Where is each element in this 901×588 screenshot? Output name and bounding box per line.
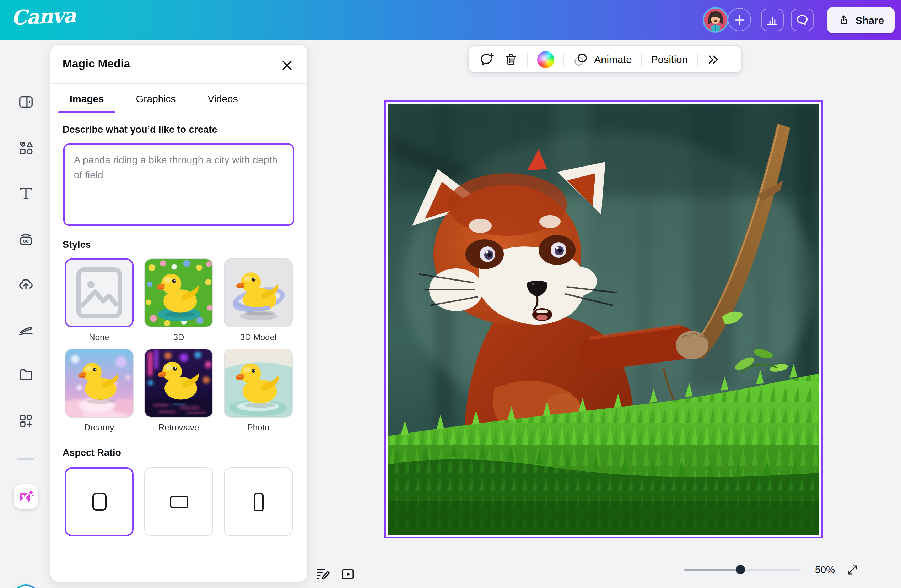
styles-row-2: Dreamy [65, 349, 307, 432]
plus-icon [733, 13, 746, 26]
panel-header: Magic Media [50, 45, 307, 83]
tab-videos[interactable]: Videos [196, 84, 249, 113]
delete-icon[interactable] [504, 52, 518, 66]
apps-icon [17, 412, 34, 429]
style-thumb-3d [144, 258, 213, 327]
prompt-input[interactable] [63, 143, 294, 226]
animate-label: Animate [594, 54, 632, 65]
sidebar-item-brand[interactable]: co [17, 230, 34, 247]
style-thumb-none [65, 258, 134, 327]
status-bar-left [315, 566, 355, 582]
magic-media-panel: Magic Media Images Graphics Videos Descr… [50, 45, 307, 582]
canva-editor: Canva [0, 0, 901, 588]
fullscreen-icon [846, 563, 858, 576]
draw-icon [17, 321, 34, 338]
style-option-dreamy[interactable]: Dreamy [65, 349, 134, 432]
toolbar-divider [527, 52, 528, 66]
zoom-slider-knob[interactable] [736, 565, 745, 574]
media-type-tabs: Images Graphics Videos [50, 84, 307, 113]
toolbar-divider [697, 52, 698, 66]
panel-title: Magic Media [62, 58, 130, 70]
sidebar-item-design[interactable] [17, 93, 34, 110]
style-label: 3D [144, 332, 213, 342]
sidebar-item-magic-media[interactable] [14, 484, 38, 509]
comments-button[interactable] [791, 9, 814, 31]
animate-icon [574, 51, 589, 67]
sidebar-item-elements[interactable] [17, 139, 34, 156]
zoom-level[interactable]: 50% [811, 564, 839, 575]
canvas-image[interactable] [388, 104, 819, 535]
brand-icon: co [17, 230, 34, 247]
landscape-ratio-icon [170, 495, 188, 508]
style-label: 3D Model [224, 332, 293, 342]
avatar[interactable] [703, 7, 728, 33]
style-option-3d[interactable]: 3D [144, 258, 213, 342]
aspect-ratio-options [65, 467, 307, 536]
fullscreen-button[interactable] [845, 562, 859, 577]
text-icon [17, 185, 34, 201]
styles-label: Styles [62, 239, 295, 250]
toolbar-divider [563, 52, 564, 66]
more-chevrons-icon[interactable] [707, 53, 720, 66]
tab-graphics[interactable]: Graphics [125, 84, 187, 113]
tab-images[interactable]: Images [58, 84, 115, 113]
ai-assistant-button[interactable] [11, 585, 41, 588]
chat-bubble-icon [796, 14, 809, 26]
describe-label: Describe what you’d like to create [62, 124, 295, 135]
color-wheel[interactable] [537, 51, 554, 68]
sidebar-item-text[interactable] [17, 185, 34, 202]
folder-icon [17, 366, 34, 383]
aspect-option-landscape[interactable] [144, 467, 213, 536]
style-option-photo[interactable]: Photo [224, 349, 293, 432]
cloud-upload-icon [17, 275, 34, 291]
elements-icon [17, 140, 34, 156]
style-thumb-3d-model [224, 258, 293, 327]
zoom-slider-fill [684, 568, 740, 571]
avatar-image [704, 9, 727, 31]
top-bar: Canva [0, 0, 901, 40]
style-thumb-photo [224, 349, 293, 418]
close-panel-button[interactable] [279, 57, 296, 74]
notes-icon[interactable] [315, 566, 331, 582]
close-icon [281, 60, 293, 71]
bar-chart-icon [766, 14, 779, 26]
style-option-retrowave[interactable]: Retrowave [144, 349, 213, 432]
aspect-option-square[interactable] [65, 467, 134, 536]
comment-add-icon[interactable] [479, 51, 494, 67]
styles-row-1: None [65, 258, 307, 342]
sidebar-divider [17, 458, 34, 460]
add-member-button[interactable] [728, 8, 751, 31]
insights-button[interactable] [761, 9, 784, 31]
style-label: Dreamy [65, 423, 134, 432]
aspect-ratio-label: Aspect Ratio [62, 447, 295, 458]
share-button[interactable]: Share [827, 7, 895, 33]
style-label: Photo [224, 423, 293, 432]
magic-media-app-icon [17, 488, 34, 505]
sidebar-item-projects[interactable] [17, 366, 34, 383]
position-button[interactable]: Position [651, 54, 687, 65]
style-label: None [65, 332, 134, 342]
present-icon[interactable] [340, 566, 355, 581]
aspect-option-portrait[interactable] [224, 467, 293, 536]
context-toolbar: Animate Position [469, 46, 741, 72]
status-bar-right: 50% [684, 562, 859, 577]
canva-logo[interactable]: Canva [11, 4, 76, 30]
square-ratio-icon [92, 493, 106, 510]
style-thumb-dreamy [65, 349, 134, 418]
svg-text:co: co [23, 238, 28, 243]
sidebar-item-draw[interactable] [17, 321, 34, 338]
style-option-none[interactable]: None [65, 258, 134, 342]
sidebar-item-apps[interactable] [17, 412, 34, 429]
sidebar-item-uploads[interactable] [17, 275, 34, 292]
zoom-slider[interactable] [684, 568, 801, 571]
style-thumb-retrowave [144, 349, 213, 418]
share-label: Share [856, 14, 884, 26]
style-option-3d-model[interactable]: 3D Model [224, 258, 293, 342]
animate-button[interactable]: Animate [574, 51, 632, 67]
sidebar: co [0, 40, 50, 588]
canvas-selection-frame[interactable] [384, 100, 823, 538]
image-placeholder-icon [66, 260, 132, 326]
upload-icon [838, 14, 850, 26]
style-label: Retrowave [144, 423, 213, 432]
portrait-ratio-icon [253, 493, 263, 511]
